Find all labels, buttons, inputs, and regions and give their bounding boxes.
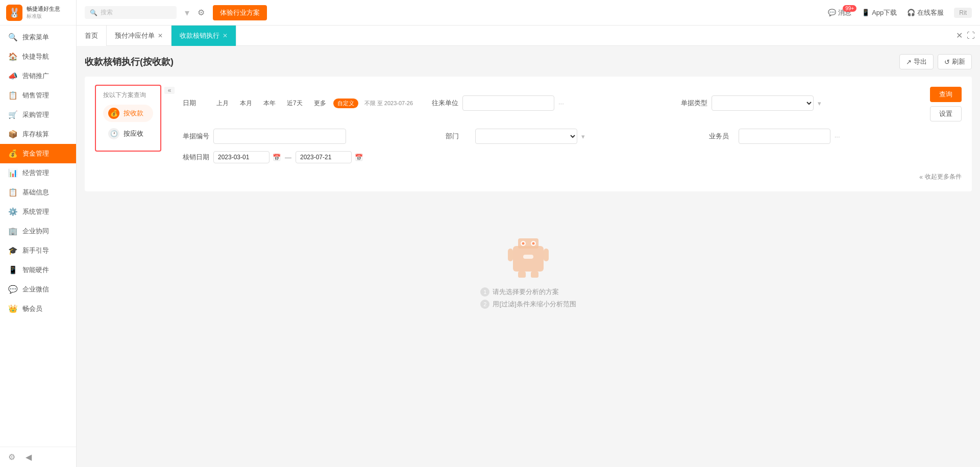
topbar-username[interactable]: Rit [954, 8, 972, 18]
salesperson-more-icon[interactable]: ··· [835, 133, 840, 140]
svg-rect-8 [544, 249, 549, 261]
sidebar-item-enterprise[interactable]: 🏢 企业协同 [0, 222, 76, 241]
wechat-biz-icon: 💬 [8, 285, 17, 294]
topbar-message-btn[interactable]: 💬 消息 99+ [828, 8, 851, 17]
sidebar-item-label: 营销推广 [22, 71, 49, 81]
logo-icon: 🐰 [6, 5, 22, 21]
logo-name: 畅捷通好生意 [27, 5, 60, 12]
sidebar-nav: 🔍 搜索菜单 🏠 快捷导航 📣 营销推广 📋 销售管理 🛒 采购管理 📦 库存核… [0, 26, 76, 447]
date-btn-this-year[interactable]: 本年 [259, 97, 280, 109]
date-btn-this-month[interactable]: 本月 [236, 97, 256, 109]
settings-btn[interactable]: 设置 [930, 106, 962, 121]
offset-date-to-group: 📅 [296, 151, 363, 163]
offset-date-from-input[interactable] [213, 151, 270, 163]
docno-label: 单据编号 [183, 132, 209, 141]
sidebar-item-label: 库存核算 [22, 130, 49, 139]
sidebar-item-member[interactable]: 👑 畅会员 [0, 299, 76, 318]
sidebar-item-sys-mgmt[interactable]: ⚙️ 系统管理 [0, 202, 76, 222]
sidebar-item-inventory[interactable]: 📦 库存核算 [0, 125, 76, 144]
tab-home[interactable]: 首页 [77, 26, 107, 46]
empty-illustration [498, 228, 559, 279]
step2-text: 用[过滤]条件来缩小分析范围 [493, 300, 576, 309]
filter-scheme-selector: 按以下方案查询 💰 按收款 🕐 按应收 [95, 85, 161, 152]
svg-point-4 [522, 242, 525, 245]
filter-option-by-receivable[interactable]: 🕐 按应收 [103, 125, 153, 142]
doc-type-label: 单据类型 [681, 99, 707, 108]
tab-prepay-offset-close[interactable]: ✕ [158, 32, 163, 39]
tab-collection-offset-close[interactable]: ✕ [223, 32, 228, 39]
doc-type-select[interactable] [712, 95, 814, 111]
sidebar-item-label: 基础信息 [22, 188, 49, 197]
sidebar-item-label: 新手引导 [22, 246, 49, 255]
salesperson-input[interactable] [739, 129, 830, 144]
sidebar-settings-icon[interactable]: ⚙ [8, 452, 15, 462]
topbar-service[interactable]: 🎧 在线客服 [907, 8, 944, 17]
topbar-right: 💬 消息 99+ 📱 App下载 🎧 在线客服 Rit [828, 8, 972, 18]
sidebar-item-purchase[interactable]: 🛒 采购管理 [0, 105, 76, 125]
date-separator: — [285, 154, 291, 161]
sidebar-item-wechat-biz[interactable]: 💬 企业微信 [0, 280, 76, 299]
sidebar-item-smart-hw[interactable]: 📱 智能硬件 [0, 260, 76, 280]
offset-date-to-calendar-icon[interactable]: 📅 [355, 154, 363, 161]
date-btn-more[interactable]: 更多 [310, 97, 330, 109]
sidebar-item-marketing[interactable]: 📣 营销推广 [0, 66, 76, 86]
date-btn-7days[interactable]: 近7天 [283, 97, 307, 109]
sidebar-item-label: 销售管理 [22, 91, 49, 100]
tab-prepay-offset-label: 预付冲应付单 [115, 31, 155, 40]
page-title-bar: 收款核销执行(按收款) ↗ 导出 ↺ 刷新 [85, 54, 972, 69]
date-btn-prev-month[interactable]: 上月 [212, 97, 233, 109]
filter-actions: 查询 设置 [930, 85, 962, 121]
filter-fields: 日期 上月 本月 本年 近7天 更多 自定义 不限 至 2023-07-26 往… [183, 85, 962, 183]
message-icon: 💬 [828, 9, 836, 16]
sidebar-item-search-menu[interactable]: 🔍 搜索菜单 [0, 28, 76, 47]
more-conditions-btn[interactable]: « 收起更多条件 [919, 170, 962, 183]
sidebar-collapse-icon[interactable]: ◀ [26, 452, 32, 462]
search-menu-icon: 🔍 [8, 33, 17, 42]
filter-offset-date-field: 核销日期 📅 — 📅 [183, 151, 962, 163]
topbar-app-download[interactable]: 📱 App下载 [862, 8, 897, 17]
sidebar: 🐰 畅捷通好生意 标准版 🔍 搜索菜单 🏠 快捷导航 📣 营销推广 📋 销售管理… [0, 0, 77, 467]
page-actions: ↗ 导出 ↺ 刷新 [899, 54, 972, 69]
sidebar-item-finance[interactable]: 💰 资金管理 [0, 144, 76, 163]
sidebar-item-biz-mgmt[interactable]: 📊 经营管理 [0, 163, 76, 183]
sidebar-item-quick-nav[interactable]: 🏠 快捷导航 [0, 47, 76, 66]
svg-rect-10 [531, 272, 538, 278]
sidebar-item-label: 畅会员 [22, 304, 42, 313]
topbar-settings-icon[interactable]: ⚙ [198, 8, 205, 17]
export-btn[interactable]: ↗ 导出 [899, 54, 934, 69]
sidebar-item-guide[interactable]: 🎓 新手引导 [0, 241, 76, 260]
tabs-bar: 首页 预付冲应付单 ✕ 收款核销执行 ✕ ✕ ⛶ [77, 26, 980, 46]
service-icon: 🎧 [907, 9, 915, 16]
query-btn[interactable]: 查询 [930, 87, 962, 102]
enterprise-icon: 🏢 [8, 227, 17, 236]
sidebar-item-basic-info[interactable]: 📋 基础信息 [0, 183, 76, 202]
customer-more-icon[interactable]: ··· [558, 100, 564, 107]
refresh-btn[interactable]: ↺ 刷新 [938, 54, 972, 69]
member-icon: 👑 [8, 304, 17, 313]
date-btn-custom[interactable]: 自定义 [333, 99, 358, 108]
dept-select[interactable] [475, 129, 577, 144]
offset-date-from-calendar-icon[interactable]: 📅 [273, 154, 281, 161]
offset-date-to-input[interactable] [296, 151, 352, 163]
filter-option-by-collection[interactable]: 💰 按收款 [103, 105, 153, 122]
topbar-search[interactable]: 🔍 搜索 [85, 6, 177, 19]
finance-icon: 💰 [8, 149, 17, 158]
purchase-icon: 🛒 [8, 110, 17, 119]
industry-solution-btn[interactable]: 体验行业方案 [213, 5, 267, 20]
docno-input[interactable] [213, 129, 346, 144]
tab-prepay-offset[interactable]: 预付冲应付单 ✕ [107, 26, 172, 46]
date-filter: 上月 本月 本年 近7天 更多 自定义 [212, 97, 358, 109]
tab-collection-offset[interactable]: 收款核销执行 ✕ [172, 26, 236, 46]
sidebar-item-sales[interactable]: 📋 销售管理 [0, 86, 76, 105]
page-title: 收款核销执行(按收款) [85, 56, 174, 68]
tab-fullscreen-btn[interactable]: ⛶ [967, 31, 975, 40]
filter-collapse-btn[interactable]: « [164, 87, 175, 94]
offset-date-label: 核销日期 [183, 153, 209, 162]
tab-close-all-btn[interactable]: ✕ [956, 31, 963, 40]
sidebar-item-label: 搜索菜单 [22, 33, 49, 42]
main-area: 🔍 搜索 ▾ ⚙ 体验行业方案 💬 消息 99+ 📱 App下载 🎧 在线客服 … [77, 0, 980, 467]
customer-input[interactable] [462, 95, 554, 111]
inventory-icon: 📦 [8, 130, 17, 139]
biz-mgmt-icon: 📊 [8, 168, 17, 178]
sidebar-item-label: 企业协同 [22, 227, 49, 236]
